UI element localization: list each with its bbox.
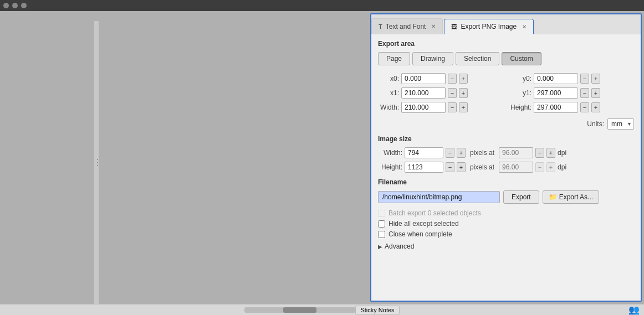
sticky-notes-button[interactable]: Sticky Notes bbox=[355, 306, 399, 314]
horizontal-scrollbar[interactable] bbox=[244, 306, 355, 314]
height-input[interactable] bbox=[534, 102, 578, 113]
top-bar bbox=[0, 0, 644, 11]
img-width-input[interactable] bbox=[405, 147, 443, 158]
img-width-decrement[interactable]: − bbox=[446, 148, 454, 158]
y1-input[interactable] bbox=[534, 87, 578, 99]
units-row: Units: mm px cm in pt ▼ bbox=[378, 118, 634, 130]
btn-custom[interactable]: Custom bbox=[502, 52, 541, 65]
y0-decrement[interactable]: − bbox=[580, 74, 589, 84]
text-icon: T bbox=[379, 23, 382, 30]
x1-input[interactable] bbox=[401, 87, 446, 99]
tab-export-png[interactable]: 🖼 Export PNG Image ✕ bbox=[444, 19, 534, 34]
height-decrement[interactable]: − bbox=[580, 102, 589, 112]
close-complete-row: Close when complete bbox=[378, 230, 634, 238]
x1-decrement[interactable]: − bbox=[448, 88, 457, 98]
img-dpi-input-1[interactable] bbox=[499, 147, 533, 158]
x0-input[interactable] bbox=[401, 73, 446, 84]
img-height-increment[interactable]: + bbox=[457, 162, 466, 172]
btn-drawing[interactable]: Drawing bbox=[412, 52, 453, 65]
img-width-increment[interactable]: + bbox=[457, 148, 466, 158]
filename-section: Filename Export 📁 Export As... bbox=[378, 178, 634, 204]
batch-export-label: Batch export 0 selected objects bbox=[389, 209, 481, 217]
y1-increment[interactable]: + bbox=[591, 88, 600, 98]
dpi1-decrement[interactable]: − bbox=[535, 148, 544, 158]
export-panel: T Text and Font ✕ 🖼 Export PNG Image ✕ E… bbox=[370, 13, 642, 302]
status-center: Sticky Notes bbox=[216, 306, 428, 314]
coord-grid: x0: − + y0: − + x1: − + bbox=[378, 73, 634, 113]
panel-divider[interactable]: ⋮ bbox=[94, 21, 99, 304]
image-size-section: Image size Width: − + pixels at − + dpi … bbox=[378, 135, 634, 173]
divider-handle-icon: ⋮ bbox=[93, 157, 100, 168]
pixels-at-1: pixels at bbox=[470, 149, 494, 157]
width-input[interactable] bbox=[401, 102, 446, 113]
filename-input[interactable] bbox=[378, 191, 500, 203]
checkbox-section: Batch export 0 selected objects Hide all… bbox=[378, 209, 634, 238]
people-icon: 👥 bbox=[628, 304, 640, 315]
export-as-label: Export As... bbox=[559, 193, 593, 201]
y0-input[interactable] bbox=[534, 73, 578, 84]
x0-decrement[interactable]: − bbox=[448, 74, 457, 84]
img-height-input[interactable] bbox=[405, 162, 443, 173]
advanced-label: Advanced bbox=[385, 242, 414, 250]
batch-export-checkbox[interactable] bbox=[378, 210, 385, 217]
coord-y0-row: y0: − + bbox=[510, 73, 634, 84]
tab-text-font-close[interactable]: ✕ bbox=[431, 23, 436, 29]
scrollbar-track[interactable] bbox=[244, 307, 355, 313]
window-control[interactable] bbox=[12, 3, 18, 8]
tab-export-png-label: Export PNG Image bbox=[461, 23, 517, 30]
window-control[interactable] bbox=[3, 3, 9, 8]
x0-increment[interactable]: + bbox=[459, 74, 468, 84]
height-label: Height: bbox=[510, 104, 531, 111]
img-height-decrement[interactable]: − bbox=[446, 162, 454, 172]
export-area-label: Export area bbox=[378, 40, 634, 48]
main-area: 0 25 50 75 100 125 150 175 bbox=[0, 11, 644, 304]
tab-export-png-close[interactable]: ✕ bbox=[522, 24, 527, 30]
tab-bar: T Text and Font ✕ 🖼 Export PNG Image ✕ bbox=[371, 14, 641, 34]
dpi2-decrement[interactable]: − bbox=[535, 162, 544, 172]
y0-label: y0: bbox=[510, 75, 531, 82]
close-complete-label: Close when complete bbox=[389, 230, 452, 238]
scrollbar-thumb[interactable] bbox=[283, 307, 316, 313]
y1-decrement[interactable]: − bbox=[580, 88, 589, 98]
y1-label: y1: bbox=[510, 89, 531, 97]
x1-label: x1: bbox=[378, 89, 399, 97]
width-decrement[interactable]: − bbox=[448, 102, 457, 112]
close-complete-checkbox[interactable] bbox=[378, 231, 385, 238]
coord-x0-row: x0: − + bbox=[378, 73, 502, 84]
btn-page[interactable]: Page bbox=[378, 52, 410, 65]
hide-except-row: Hide all except selected bbox=[378, 220, 634, 228]
coord-width-row: Width: − + bbox=[378, 102, 502, 113]
width-label: Width: bbox=[378, 104, 399, 111]
width-increment[interactable]: + bbox=[459, 102, 468, 112]
img-dpi-input-2[interactable] bbox=[499, 162, 533, 173]
filename-row: Export 📁 Export As... bbox=[378, 190, 634, 204]
tab-text-font-label: Text and Font bbox=[386, 23, 426, 30]
filename-label: Filename bbox=[378, 178, 634, 186]
panel-content: Export area Page Drawing Selection Custo… bbox=[371, 34, 641, 301]
export-as-button[interactable]: 📁 Export As... bbox=[543, 190, 599, 204]
units-wrapper: mm px cm in pt ▼ bbox=[607, 118, 634, 130]
height-increment[interactable]: + bbox=[591, 102, 600, 112]
dpi-label-2: dpi bbox=[558, 163, 566, 171]
image-size-label: Image size bbox=[378, 135, 634, 143]
y0-increment[interactable]: + bbox=[591, 74, 600, 84]
btn-selection[interactable]: Selection bbox=[456, 52, 499, 65]
pixels-at-2: pixels at bbox=[470, 163, 494, 171]
coord-y1-row: y1: − + bbox=[510, 87, 634, 99]
dpi2-increment[interactable]: + bbox=[546, 162, 555, 172]
advanced-row[interactable]: ▶ Advanced bbox=[378, 242, 634, 250]
hide-except-label: Hide all except selected bbox=[389, 220, 459, 228]
dpi1-increment[interactable]: + bbox=[546, 148, 555, 158]
units-select[interactable]: mm px cm in pt bbox=[607, 118, 634, 130]
folder-icon: 📁 bbox=[549, 193, 557, 201]
img-height-label: Height: bbox=[378, 163, 402, 171]
tab-text-font[interactable]: T Text and Font ✕ bbox=[371, 18, 443, 34]
hide-except-checkbox[interactable] bbox=[378, 220, 385, 228]
window-control[interactable] bbox=[21, 3, 27, 8]
x0-label: x0: bbox=[378, 75, 399, 82]
img-height-row: Height: − + pixels at − + dpi bbox=[378, 162, 634, 173]
status-right: 👥 bbox=[428, 304, 640, 315]
batch-export-row: Batch export 0 selected objects bbox=[378, 209, 634, 217]
export-button[interactable]: Export bbox=[503, 190, 539, 204]
x1-increment[interactable]: + bbox=[459, 88, 468, 98]
